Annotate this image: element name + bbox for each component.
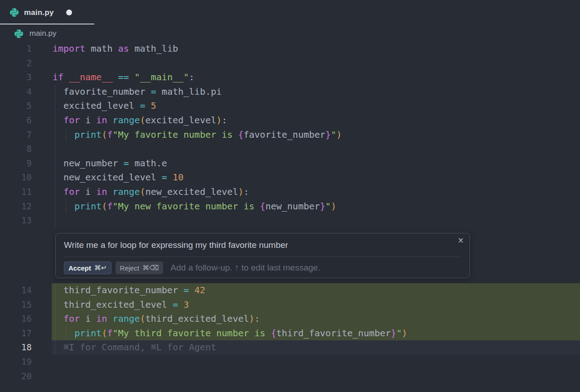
tab-title: main.py bbox=[24, 8, 54, 17]
code-line-18[interactable]: 18 ⌘I for Command, ⌘L for Agent bbox=[0, 340, 580, 355]
dialog-actions: Accept ⌘↵ Reject ⌘⌫ bbox=[64, 261, 456, 274]
code-line-16[interactable]: 16 for i in range(third_excited_level): bbox=[0, 312, 580, 326]
code-text: print(f"My new favorite number is {new_n… bbox=[53, 199, 336, 214]
code-text: print(f"My third favorite number is {thi… bbox=[53, 326, 407, 341]
code-text: third_excited_level = 3 bbox=[53, 298, 189, 312]
close-icon[interactable]: × bbox=[458, 237, 464, 244]
code-line-4[interactable]: 4 favorite_number = math_lib.pi bbox=[0, 85, 580, 99]
code-editor-upper: 1import math as math_lib23if __name__ ==… bbox=[0, 42, 580, 228]
code-line-1[interactable]: 1import math as math_lib bbox=[0, 42, 580, 56]
code-line-14[interactable]: 14 third_favorite_number = 42 bbox=[0, 283, 580, 298]
code-text: if __name__ == "__main__": bbox=[53, 70, 194, 85]
line-background bbox=[52, 213, 580, 228]
code-text: import math as math_lib bbox=[53, 42, 178, 56]
accept-label: Accept bbox=[68, 264, 91, 272]
code-line-10[interactable]: 10 new_excited_level = 10 bbox=[0, 170, 580, 185]
code-text: ⌘I for Command, ⌘L for Agent bbox=[53, 340, 216, 355]
python-icon bbox=[10, 8, 19, 17]
line-background bbox=[52, 142, 580, 156]
code-line-20[interactable]: 20 bbox=[0, 369, 580, 384]
code-line-13[interactable]: 13 bbox=[0, 213, 580, 228]
line-number: 9 bbox=[0, 156, 32, 171]
code-line-11[interactable]: 11 for i in range(new_excited_level): bbox=[0, 185, 580, 199]
line-number: 18 bbox=[0, 340, 32, 355]
line-number: 3 bbox=[0, 70, 32, 85]
code-text: new_excited_level = 10 bbox=[53, 170, 184, 185]
indent-guide bbox=[55, 213, 55, 228]
code-line-2[interactable]: 2 bbox=[0, 56, 580, 71]
line-number: 15 bbox=[0, 298, 32, 312]
code-line-9[interactable]: 9 new_number = math.e bbox=[0, 156, 580, 171]
code-text: excited_level = 5 bbox=[53, 99, 156, 113]
line-number: 5 bbox=[0, 99, 32, 113]
code-line-19[interactable]: 19 bbox=[0, 355, 580, 369]
line-number: 12 bbox=[0, 199, 32, 214]
line-background bbox=[52, 369, 580, 384]
line-number: 2 bbox=[0, 56, 32, 71]
indent-guide bbox=[55, 142, 55, 156]
code-line-15[interactable]: 15 third_excited_level = 3 bbox=[0, 298, 580, 312]
reject-label: Reject bbox=[120, 264, 140, 272]
code-text: favorite_number = math_lib.pi bbox=[53, 85, 222, 99]
code-line-8[interactable]: 8 bbox=[0, 142, 580, 156]
line-background bbox=[52, 355, 580, 369]
python-icon bbox=[14, 29, 23, 38]
line-number: 13 bbox=[0, 213, 32, 228]
code-line-6[interactable]: 6 for i in range(excited_level): bbox=[0, 113, 580, 128]
line-number: 7 bbox=[0, 128, 32, 142]
tab-main-py[interactable]: main.py bbox=[0, 0, 94, 25]
code-line-12[interactable]: 12 print(f"My new favorite number is {ne… bbox=[0, 199, 580, 214]
line-number: 4 bbox=[0, 85, 32, 99]
code-line-5[interactable]: 5 excited_level = 5 bbox=[0, 99, 580, 113]
code-text: print(f"My favorite number is {favorite_… bbox=[53, 128, 342, 142]
followup-input[interactable] bbox=[169, 262, 456, 273]
code-line-3[interactable]: 3if __name__ == "__main__": bbox=[0, 70, 580, 85]
breadcrumb[interactable]: main.py bbox=[0, 25, 580, 42]
code-text: for i in range(third_excited_level): bbox=[53, 312, 260, 326]
modified-indicator-dot bbox=[66, 10, 72, 15]
accept-button[interactable]: Accept ⌘↵ bbox=[64, 261, 111, 274]
line-number: 11 bbox=[0, 185, 32, 199]
prompt-text: Write me a for loop for expressing my th… bbox=[64, 240, 288, 250]
code-line-17[interactable]: 17 print(f"My third favorite number is {… bbox=[0, 326, 580, 341]
line-number: 8 bbox=[0, 142, 32, 156]
breadcrumb-file: main.py bbox=[29, 29, 57, 38]
code-line-7[interactable]: 7 print(f"My favorite number is {favorit… bbox=[0, 128, 580, 142]
line-background bbox=[52, 56, 580, 71]
code-text: for i in range(excited_level): bbox=[53, 113, 227, 128]
line-number: 17 bbox=[0, 326, 32, 341]
code-text: new_number = math.e bbox=[53, 156, 167, 171]
dialog-divider bbox=[64, 256, 461, 257]
line-number: 14 bbox=[0, 283, 32, 298]
line-number: 19 bbox=[0, 355, 32, 369]
reject-button[interactable]: Reject ⌘⌫ bbox=[116, 261, 164, 274]
reject-shortcut: ⌘⌫ bbox=[142, 264, 159, 272]
line-number: 6 bbox=[0, 113, 32, 128]
inline-chat-dialog: Write me a for loop for expressing my th… bbox=[55, 233, 470, 278]
accept-shortcut: ⌘↵ bbox=[94, 264, 107, 272]
code-text: third_favorite_number = 42 bbox=[53, 283, 205, 298]
line-number: 1 bbox=[0, 42, 32, 56]
line-number: 10 bbox=[0, 170, 32, 185]
line-number: 16 bbox=[0, 312, 32, 326]
code-text: for i in range(new_excited_level): bbox=[53, 185, 249, 199]
tab-bar: main.py bbox=[0, 0, 580, 25]
code-editor-lower: 14 third_favorite_number = 4215 third_ex… bbox=[0, 283, 580, 383]
line-number: 20 bbox=[0, 369, 32, 384]
